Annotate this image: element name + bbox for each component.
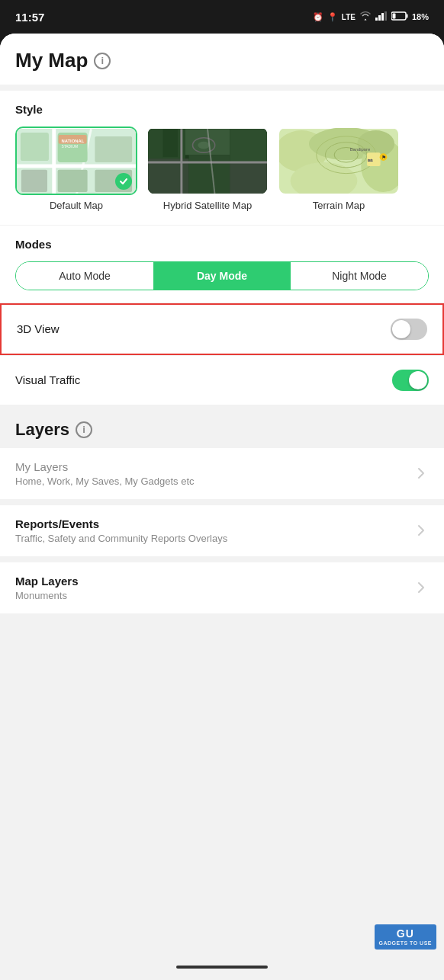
modes-toggle: Auto Mode Day Mode Night Mode [15, 261, 429, 290]
watermark-bottom: GADGETS TO USE [379, 940, 433, 946]
svg-rect-27 [189, 155, 230, 195]
scroll-area: My Map i Style [0, 34, 444, 954]
terrain-map-svg: 🏘 Bandipore ⚑ [279, 128, 398, 195]
map-thumbnail-default: NATIONAL STADIUM [15, 127, 137, 195]
wifi-icon [359, 11, 372, 22]
layers-info-icon[interactable]: i [76, 421, 92, 438]
reports-events-content: Reports/Events Traffic, Safety and Commu… [15, 517, 413, 544]
svg-text:Bandipore: Bandipore [350, 147, 371, 152]
svg-rect-26 [148, 159, 189, 195]
day-mode-button[interactable]: Day Mode [153, 262, 291, 290]
my-layers-content: My Layers Home, Work, My Saves, My Gadge… [15, 460, 413, 487]
svg-text:⚑: ⚑ [381, 155, 386, 160]
page-info-icon[interactable]: i [94, 53, 111, 69]
auto-mode-button[interactable]: Auto Mode [16, 262, 153, 290]
svg-rect-13 [21, 133, 49, 161]
my-layers-title: My Layers [15, 460, 413, 473]
map-style-terrain[interactable]: 🏘 Bandipore ⚑ Terrain Map [278, 127, 400, 213]
svg-rect-5 [406, 14, 407, 18]
map-style-default[interactable]: NATIONAL STADIUM [15, 127, 137, 213]
map-style-hybrid[interactable]: Hybrid Satellite Map [146, 127, 269, 213]
main-content: My Map i Style [0, 34, 444, 980]
svg-rect-6 [392, 14, 395, 19]
svg-rect-2 [381, 13, 384, 21]
location-icon: 📍 [327, 12, 338, 22]
3d-view-knob [392, 320, 410, 338]
terrain-map-label: Terrain Map [313, 200, 365, 213]
svg-rect-3 [384, 11, 387, 21]
3d-view-label: 3D View [17, 322, 60, 335]
style-section: Style [0, 91, 444, 225]
map-thumbnail-hybrid [146, 127, 269, 195]
svg-rect-34 [163, 129, 179, 157]
page-header: My Map i [0, 34, 444, 85]
my-layers-subtitle: Home, Work, My Saves, My Gadgets etc [15, 476, 413, 487]
watermark-box: GU GADGETS TO USE [375, 924, 437, 950]
3d-view-row: 3D View [0, 303, 444, 355]
reports-events-subtitle: Traffic, Safety and Community Reports Ov… [15, 533, 413, 544]
battery-percent: 18% [412, 12, 429, 21]
map-layers-item[interactable]: Map Layers Monuments [0, 562, 444, 613]
status-icons: ⏰ 📍 LTE 18% [313, 11, 429, 22]
lte-icon: LTE [342, 13, 356, 21]
svg-rect-19 [95, 136, 132, 162]
visual-traffic-label: Visual Traffic [15, 373, 80, 386]
reports-events-chevron [413, 523, 429, 538]
status-time: 11:57 [15, 11, 44, 24]
svg-rect-1 [378, 15, 381, 21]
modes-section: Modes Auto Mode Day Mode Night Mode [0, 226, 444, 303]
signal-icon [375, 11, 388, 22]
hybrid-map-svg [148, 128, 267, 195]
map-styles-container: NATIONAL STADIUM [15, 127, 429, 213]
layers-title-text: Layers [15, 420, 69, 440]
map-layers-content: Map Layers Monuments [15, 575, 413, 601]
svg-rect-25 [230, 129, 267, 162]
my-layers-chevron [413, 466, 429, 481]
watermark: GU GADGETS TO USE [375, 924, 437, 950]
svg-rect-28 [230, 162, 267, 195]
visual-traffic-row: Visual Traffic [0, 356, 444, 405]
reports-events-item[interactable]: Reports/Events Traffic, Safety and Commu… [0, 505, 444, 556]
modes-title: Modes [15, 238, 429, 251]
status-bar: 11:57 ⏰ 📍 LTE 18% [0, 0, 444, 34]
svg-rect-18 [58, 170, 88, 192]
svg-point-32 [198, 142, 210, 149]
default-map-label: Default Map [50, 200, 103, 213]
svg-rect-17 [21, 170, 47, 192]
page-title-container: My Map i [15, 49, 429, 72]
alarm-icon: ⏰ [313, 12, 323, 22]
watermark-top: GU [379, 927, 433, 940]
visual-traffic-toggle[interactable] [392, 370, 429, 391]
svg-rect-0 [375, 18, 378, 21]
page-title-text: My Map [15, 49, 88, 72]
svg-text:STADIUM: STADIUM [62, 145, 79, 149]
map-layers-chevron [413, 580, 429, 595]
svg-text:🏘: 🏘 [368, 157, 373, 162]
reports-events-title: Reports/Events [15, 517, 413, 530]
battery-icon [391, 11, 408, 22]
selected-check-badge [115, 173, 132, 190]
svg-text:NATIONAL: NATIONAL [62, 139, 85, 143]
home-indicator [176, 966, 268, 969]
hybrid-map-label: Hybrid Satellite Map [163, 200, 252, 213]
style-section-title: Style [15, 103, 429, 116]
layers-title-container: Layers i [15, 420, 429, 440]
night-mode-button[interactable]: Night Mode [291, 262, 428, 290]
map-layers-subtitle: Monuments [15, 590, 413, 601]
my-layers-item[interactable]: My Layers Home, Work, My Saves, My Gadge… [0, 448, 444, 499]
visual-traffic-knob [409, 371, 427, 389]
layers-header: Layers i [0, 405, 444, 447]
3d-view-toggle[interactable] [391, 319, 427, 340]
map-layers-title: Map Layers [15, 575, 413, 588]
map-thumbnail-terrain: 🏘 Bandipore ⚑ [278, 127, 400, 195]
bottom-spacer [0, 613, 444, 766]
bottom-bar [0, 954, 444, 980]
